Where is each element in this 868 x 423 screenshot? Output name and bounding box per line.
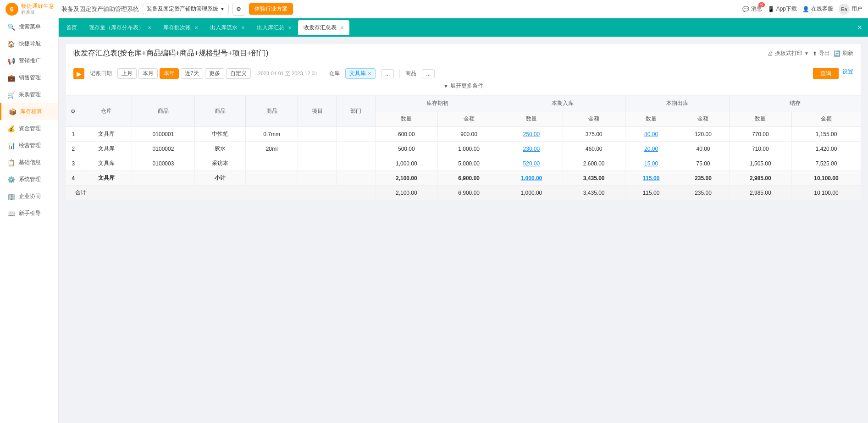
date-btn-custom[interactable]: 自定义 (226, 68, 251, 79)
cell-project (298, 171, 336, 186)
page-title-bar: 收发存汇总表(按仓库+商品编码+商品+规格型号+项目+部门) 🖨 换板式打印 ▼… (66, 44, 861, 63)
cell-in-qty[interactable]: 520.00 (500, 156, 563, 171)
export-button[interactable]: ⬆ 导出 (813, 49, 830, 57)
gear-icon: ⚙ (236, 6, 241, 12)
cell-begin-amt: 6,900.00 (437, 171, 500, 186)
th-period-out: 本期出库 (625, 96, 729, 111)
sidebar-item-search[interactable]: 🔍 搜索菜单 (0, 18, 58, 35)
warehouse-label: 仓库 (329, 70, 340, 77)
app-download-button[interactable]: 📱 App下载 (768, 5, 797, 13)
footer-out-qty: 115.00 (625, 186, 677, 200)
cell-index: 4 (66, 171, 81, 186)
th-period-begin: 库存期初 (375, 96, 500, 111)
tab-home-label: 首页 (66, 24, 77, 32)
tab-bar: 首页 现存量（库存分布表） ✕ 库存批次账 ✕ 出入库流水 ✕ 出入库汇总 ✕ (59, 18, 868, 37)
table-container: ⚙ 仓库 商品 商品 商品 项目 部门 库存期初 本期入库 (66, 96, 861, 200)
th-begin-qty: 数量 (375, 111, 437, 127)
inventory-icon: 📦 (9, 108, 17, 115)
cell-in-qty[interactable]: 1,000.00 (500, 171, 563, 186)
cell-in-qty[interactable]: 230.00 (500, 142, 563, 156)
tab-summary[interactable]: 出入库汇总 ✕ (251, 20, 297, 35)
cell-in-qty[interactable]: 250.00 (500, 127, 563, 142)
th-in-qty: 数量 (500, 111, 563, 127)
sidebar-item-business[interactable]: 📊 经营管理 (0, 137, 58, 154)
cell-out-qty[interactable]: 115.00 (625, 171, 677, 186)
tab-bar-close[interactable]: ✕ (857, 24, 862, 31)
warehouse-more-btn[interactable]: ... (381, 69, 394, 78)
th-bal-qty: 数量 (729, 111, 791, 127)
tab-recv-send-label: 收发存汇总表 (304, 24, 337, 32)
tab-recv-send[interactable]: 收发存汇总表 ✕ (298, 20, 349, 35)
query-button[interactable]: 查询 (813, 68, 839, 79)
cell-name: 小计 (194, 171, 246, 186)
cell-index: 2 (66, 142, 81, 156)
cell-warehouse: 文具库 (81, 156, 132, 171)
date-btn-more[interactable]: 更多 (205, 68, 224, 79)
cell-out-qty[interactable]: 15.00 (625, 156, 677, 171)
tab-batch[interactable]: 库存批次账 ✕ (158, 20, 204, 35)
sidebar-item-label: 快捷导航 (19, 40, 41, 48)
message-icon: 💬 (742, 6, 749, 12)
footer-bal-amt: 10,100.00 (791, 186, 861, 200)
user-button[interactable]: Ea 用户 (839, 4, 862, 15)
filter-row-main: ▶ 记账日期 上月 本月 本年 近7天 更多 自定义 2023 (73, 68, 853, 79)
tab-home[interactable]: 首页 (61, 20, 83, 35)
date-btn-last-month[interactable]: 上月 (117, 68, 137, 79)
sidebar-item-quicknav[interactable]: 🏠 快捷导航 (0, 35, 58, 52)
sidebar-item-label: 企业协同 (19, 192, 41, 200)
sidebar-item-finance[interactable]: 💰 资金管理 (0, 120, 58, 137)
cell-spec: 20ml (246, 142, 298, 156)
cell-bal-amt: 10,100.00 (791, 171, 861, 186)
warehouse-tag-close[interactable]: ✕ (368, 71, 371, 76)
refresh-button[interactable]: 🔄 刷新 (834, 49, 853, 57)
th-out-amt: 金额 (677, 111, 729, 127)
sidebar-item-guide[interactable]: 📖 新手引导 (0, 205, 58, 222)
tab-recv-send-close[interactable]: ✕ (340, 25, 344, 30)
cell-code: 0100002 (132, 142, 194, 156)
footer-bal-qty: 2,985.00 (729, 186, 791, 200)
sidebar-item-sales[interactable]: 💼 销售管理 (0, 69, 58, 86)
message-button[interactable]: 💬 消息 6 (742, 5, 762, 13)
sidebar-item-label: 营销推广 (19, 57, 41, 65)
tab-summary-close[interactable]: ✕ (288, 25, 292, 30)
sidebar-item-marketing[interactable]: 📢 营销推广 (0, 52, 58, 69)
tab-flow[interactable]: 出入库流水 ✕ (205, 20, 250, 35)
cell-bal-qty: 710.00 (729, 142, 791, 156)
cell-bal-amt: 7,525.00 (791, 156, 861, 171)
sidebar-item-inventory[interactable]: 📦 库存核算 (0, 103, 58, 120)
settings-button[interactable]: ⚙ (232, 3, 245, 16)
cell-begin-amt: 1,000.00 (437, 142, 500, 156)
print-button[interactable]: 🖨 换板式打印 ▼ (768, 49, 809, 57)
filter-collapse-btn[interactable]: ▶ (73, 68, 84, 79)
sidebar-item-purchase[interactable]: 🛒 采购管理 (0, 86, 58, 103)
col-settings-icon[interactable]: ⚙ (71, 108, 76, 115)
expand-conditions-btn[interactable]: ▼ 展开更多条件 (443, 82, 484, 90)
online-service-button[interactable]: 👤 在线客服 (802, 5, 833, 13)
tab-flow-close[interactable]: ✕ (241, 25, 245, 30)
sidebar-item-system[interactable]: ⚙️ 系统管理 (0, 171, 58, 188)
tab-stock-dist[interactable]: 现存量（库存分布表） ✕ (83, 20, 157, 35)
top-bar: 6 畅捷通好生意 标准版 装备及固定资产辅助管理系统 装备及固定资产辅助管理系统… (0, 0, 868, 18)
date-btn-7days[interactable]: 近7天 (181, 68, 203, 79)
date-btn-this-year[interactable]: 本年 (160, 68, 179, 79)
tab-stock-dist-close[interactable]: ✕ (148, 25, 151, 30)
footer-begin-qty: 2,100.00 (375, 186, 437, 200)
cell-spec (246, 156, 298, 171)
trial-button[interactable]: 体验行业方案 (249, 3, 293, 15)
th-settings: ⚙ (66, 96, 81, 127)
purchase-icon: 🛒 (7, 91, 15, 99)
filter-settings-link[interactable]: 设置 (842, 68, 853, 79)
date-btn-this-month[interactable]: 本月 (138, 68, 158, 79)
cell-out-qty[interactable]: 20.00 (625, 142, 677, 156)
sidebar-item-enterprise[interactable]: 🏢 企业协同 (0, 188, 58, 205)
sidebar-item-basic[interactable]: 📋 基础信息 (0, 154, 58, 171)
cell-bal-amt: 1,420.00 (791, 142, 861, 156)
cell-out-amt: 40.00 (677, 142, 729, 156)
cell-out-qty[interactable]: 80.00 (625, 127, 677, 142)
cell-begin-amt: 5,000.00 (437, 156, 500, 171)
tab-batch-close[interactable]: ✕ (194, 25, 198, 30)
goods-label: 商品 (405, 70, 416, 77)
system-selector[interactable]: 装备及固定资产辅助管理系统 ▼ (143, 4, 229, 14)
goods-more-btn[interactable]: ... (422, 69, 435, 78)
cell-dept (337, 171, 375, 186)
